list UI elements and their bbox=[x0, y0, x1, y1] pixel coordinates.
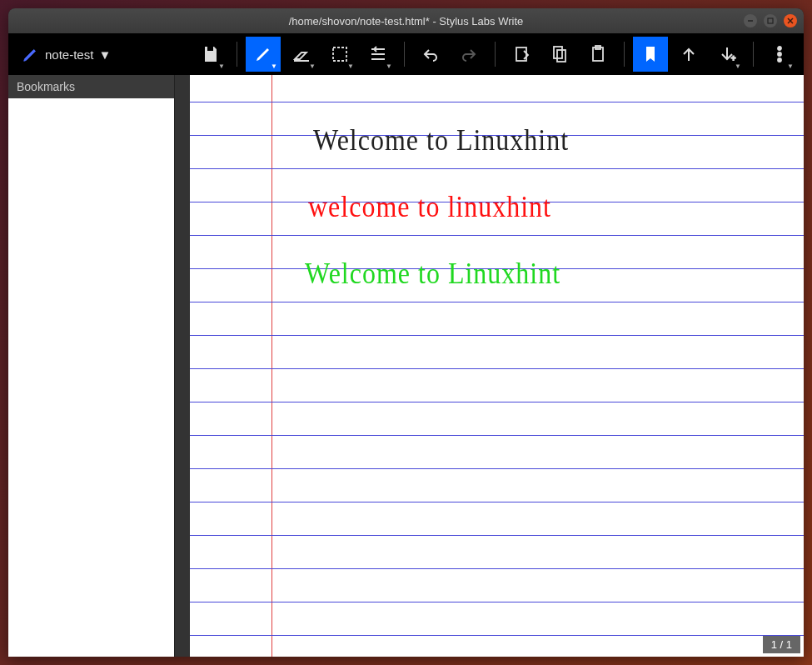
insert-space-icon bbox=[368, 44, 388, 64]
rule-line bbox=[190, 568, 804, 569]
rule-line bbox=[190, 635, 804, 636]
copy-button[interactable] bbox=[542, 37, 577, 72]
handwritten-stroke: Welcome to Linuxhint bbox=[313, 123, 569, 158]
handwritten-stroke: Welcome to Linuxhint bbox=[305, 257, 560, 291]
separator bbox=[753, 42, 754, 67]
separator bbox=[404, 42, 405, 67]
svg-rect-1 bbox=[768, 18, 773, 23]
copy-icon bbox=[550, 44, 570, 64]
bookmark-icon bbox=[640, 44, 660, 64]
next-page-button[interactable]: + ▼ bbox=[710, 37, 745, 72]
rule-line bbox=[190, 168, 804, 169]
chevron-down-icon: ▼ bbox=[271, 62, 277, 70]
redo-button[interactable] bbox=[451, 37, 486, 72]
separator bbox=[237, 42, 237, 67]
content-area: Bookmarks Welcome to Linuxhint welcome t… bbox=[8, 75, 804, 657]
undo-icon bbox=[421, 44, 441, 64]
chevron-down-icon: ▼ bbox=[98, 48, 111, 62]
document-tab[interactable]: note-test ▼ bbox=[15, 42, 117, 67]
rule-line bbox=[190, 502, 804, 502]
rule-line bbox=[190, 235, 804, 236]
chevron-down-icon: ▼ bbox=[309, 62, 316, 70]
page-indicator: 1 / 1 bbox=[763, 636, 800, 653]
window-title: /home/shovon/note-test.html* - Stylus La… bbox=[289, 15, 524, 28]
pen-tool-button[interactable]: ▼ bbox=[246, 37, 281, 72]
svg-point-15 bbox=[778, 52, 781, 56]
insert-space-button[interactable]: ▼ bbox=[361, 37, 396, 72]
minimize-button[interactable] bbox=[744, 14, 757, 28]
chevron-down-icon: ▼ bbox=[386, 62, 392, 70]
bookmarks-list[interactable] bbox=[8, 98, 174, 657]
paste-button[interactable] bbox=[580, 37, 615, 72]
redo-icon bbox=[459, 44, 479, 64]
separator bbox=[495, 42, 496, 67]
rule-line bbox=[190, 335, 804, 336]
svg-rect-4 bbox=[333, 48, 346, 61]
window-controls bbox=[744, 14, 797, 28]
stroke-eraser-button[interactable]: ▼ bbox=[284, 37, 319, 72]
menu-button[interactable]: ▼ bbox=[762, 37, 797, 72]
sidebar-header: Bookmarks bbox=[8, 75, 174, 98]
document-name: note-test bbox=[45, 48, 93, 62]
save-icon bbox=[201, 44, 221, 64]
handwritten-stroke: welcome to linuxhint bbox=[308, 190, 551, 224]
toolbar: note-test ▼ ▼ ▼ ▼ ▼ ▼ bbox=[8, 33, 804, 75]
app-window: /home/shovon/note-test.html* - Stylus La… bbox=[8, 8, 804, 657]
chevron-down-icon: ▼ bbox=[787, 62, 794, 70]
rule-line bbox=[190, 102, 804, 102]
bookmark-button[interactable] bbox=[633, 37, 668, 72]
svg-rect-10 bbox=[557, 50, 565, 62]
eraser-icon bbox=[291, 44, 311, 64]
svg-text:+: + bbox=[731, 54, 735, 62]
titlebar: /home/shovon/note-test.html* - Stylus La… bbox=[8, 8, 804, 33]
chevron-down-icon: ▼ bbox=[218, 62, 225, 70]
rule-line bbox=[190, 602, 804, 602]
paper-canvas[interactable]: Welcome to Linuxhint welcome to linuxhin… bbox=[190, 75, 804, 657]
chevron-down-icon: ▼ bbox=[347, 62, 354, 70]
rule-line bbox=[190, 402, 804, 402]
cut-button[interactable] bbox=[504, 37, 539, 72]
rule-line bbox=[190, 468, 804, 469]
undo-button[interactable] bbox=[413, 37, 448, 72]
bookmarks-sidebar: Bookmarks bbox=[8, 75, 175, 657]
arrow-up-icon bbox=[679, 44, 699, 64]
rule-line bbox=[190, 435, 804, 436]
paste-icon bbox=[588, 44, 608, 64]
rule-line bbox=[190, 302, 804, 302]
pen-icon bbox=[253, 44, 273, 64]
maximize-button[interactable] bbox=[764, 14, 777, 28]
svg-point-16 bbox=[778, 58, 781, 62]
canvas-wrap: Welcome to Linuxhint welcome to linuxhin… bbox=[175, 75, 804, 657]
prev-page-button[interactable] bbox=[671, 37, 706, 72]
svg-point-14 bbox=[778, 47, 781, 50]
pencil-icon bbox=[22, 45, 40, 63]
arrow-down-icon: + bbox=[717, 44, 737, 64]
selection-icon bbox=[330, 44, 350, 64]
chevron-down-icon: ▼ bbox=[735, 62, 741, 70]
rule-line bbox=[190, 368, 804, 369]
svg-rect-9 bbox=[554, 47, 562, 58]
close-button[interactable] bbox=[784, 14, 797, 28]
selection-tool-button[interactable]: ▼ bbox=[322, 37, 357, 72]
separator bbox=[624, 42, 625, 67]
menu-dots-icon bbox=[770, 44, 790, 64]
rule-line bbox=[190, 535, 804, 536]
clipboard-cut-icon bbox=[511, 44, 531, 64]
save-button[interactable]: ▼ bbox=[193, 37, 228, 72]
margin-line bbox=[271, 75, 272, 657]
